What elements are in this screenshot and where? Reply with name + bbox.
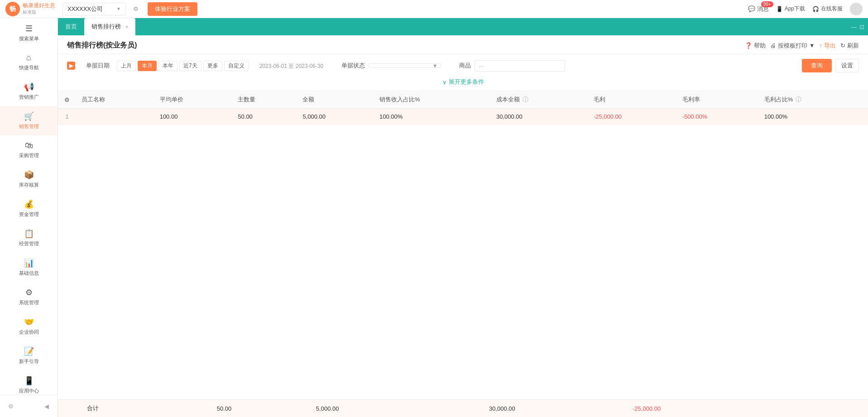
headset-icon: 🎧 [812,6,819,12]
sidebar-label-shortcut: 快捷导航 [19,64,39,71]
guide-icon: 📝 [24,346,34,356]
app-download-link[interactable]: 📱 App下载 [776,5,805,13]
experience-button[interactable]: 体验行业方案 [148,2,197,16]
help-button[interactable]: ❓ 帮助 [745,42,766,50]
footer-label: 合计 [82,404,169,412]
tab-home-label: 首页 [65,23,77,31]
goods-label: 商品 [459,62,471,70]
tab-sales-rank[interactable]: 销售排行榜 × [84,18,135,35]
app-edition: 标准版 [23,9,55,15]
sidebar-item-operations[interactable]: 📋 经营管理 [0,223,58,253]
table-container: ⚙ 员工名称 平均单价 主数量 [58,91,868,399]
user-avatar[interactable] [850,3,863,15]
expand-more-conditions[interactable]: ∨ 展开更多条件 [442,78,484,86]
company-settings-icon[interactable]: ⚙ [129,3,142,15]
sidebar-item-marketing[interactable]: 📢 营销推广 [0,77,58,106]
page-title: 销售排行榜(按业务员) [67,41,137,50]
tab-home[interactable]: 首页 [58,18,84,35]
table-footer: 合计 50.00 5,000.00 30,000.00 -25,000.00 [58,399,868,417]
sidebar-settings-icon[interactable]: ⚙ [5,400,17,412]
refresh-button[interactable]: ↻ 刷新 [840,42,859,50]
sales-pct-value: 100.00% [374,109,491,125]
sidebar-label-basic: 基础信息 [19,270,39,277]
tab-minimize-icon[interactable]: — [851,24,857,30]
goods-more-icon[interactable]: ··· [479,62,484,69]
sales-rank-table: ⚙ 员工名称 平均单价 主数量 [58,91,868,125]
avg-price: 100.00 [154,109,233,125]
footer-sales-pct [441,404,484,412]
col-avg-price: 平均单价 [154,91,233,109]
online-service-link[interactable]: 🎧 在线客服 [812,5,843,13]
sidebar-item-sales[interactable]: 🛒 销售管理 [0,106,58,135]
sidebar-label-sales: 销售管理 [19,123,39,130]
sidebar-item-inventory[interactable]: 📦 库存核算 [0,164,58,194]
system-icon: ⚙ [25,288,33,297]
amount-value: 5,000.00 [297,109,374,125]
sidebar-item-purchase[interactable]: 🛍 采购管理 [0,135,58,164]
expand-label: 展开更多条件 [449,78,484,86]
employee-name [76,109,154,125]
date-custom-btn[interactable]: 自定义 [224,61,249,71]
date-prev-btn[interactable]: 上月 [117,61,136,71]
sidebar-item-apps[interactable]: 📱 应用中心 [0,370,58,395]
sidebar-item-search[interactable]: ☰ 搜索菜单 [0,18,58,48]
print-button[interactable]: 🖨 按模板打印 ▼ [770,42,815,50]
col-gross-pct: 毛利占比% ⓘ [759,91,868,109]
app-logo: 畅 畅康通好生意 标准版 [5,2,55,16]
table-row: 1 100.00 50.00 5,000.00 100.00% 30,000.0… [58,109,868,125]
company-selector[interactable]: XXXXXX公司 ▼ [62,3,126,15]
export-button[interactable]: ↑ 导出 [820,42,836,50]
cost-value: 30,000.00 [491,109,588,125]
footer-avg-price [169,404,211,412]
tab-close-icon[interactable]: × [125,24,128,29]
sidebar-item-basic[interactable]: 📊 基础信息 [0,253,58,282]
sidebar-label-system: 系统管理 [19,299,39,306]
query-button[interactable]: 查询 [802,59,832,72]
date-label: 单据日期 [86,62,110,70]
date-this-btn[interactable]: 本月 [138,61,157,71]
print-icon: 🖨 [770,42,776,49]
company-name: XXXXXX公司 [67,5,114,13]
goods-select[interactable]: ··· [475,60,565,72]
gear-icon[interactable]: ⚙ [64,96,70,103]
cost-info-icon[interactable]: ⓘ [523,96,528,103]
footer-gross-pct [820,404,863,412]
sidebar-label-search: 搜索菜单 [19,35,39,42]
col-qty: 主数量 [232,91,297,109]
sidebar-item-finance[interactable]: 💰 资金管理 [0,194,58,223]
notification-area[interactable]: 💬 消息 99+ [748,5,769,13]
qty-value: 50.00 [232,109,297,125]
sidebar-label-marketing: 营销推广 [19,94,39,101]
footer-amount: 5,000.00 [311,404,441,412]
sidebar-item-collab[interactable]: 🤝 企业协同 [0,312,58,341]
collab-icon: 🤝 [24,317,34,327]
basic-icon: 📊 [24,258,34,268]
date-btn-group: 上月 本月 本年 近7天 更多 自定义 [117,61,249,71]
status-arrow-icon: ▼ [432,62,438,69]
refresh-icon: ↻ [840,42,845,49]
sidebar-item-shortcut[interactable]: ⌂ 快捷导航 [0,48,58,77]
date-year-btn[interactable]: 本年 [158,61,177,71]
status-select[interactable]: ▼ [369,63,441,68]
help-icon: ❓ [745,42,752,49]
chevron-down-expand-icon: ∨ [442,79,447,86]
settings-button[interactable]: 设置 [835,59,859,72]
date-range-display: 2023-06-01 至 2023-06-30 [259,62,323,70]
col-gross-rate: 毛利率 [677,91,759,109]
chevron-down-icon: ▼ [116,6,121,11]
col-settings[interactable]: ⚙ [58,91,76,109]
tab-maximize-icon[interactable]: ⊡ [859,24,864,30]
export-icon: ↑ [820,42,823,49]
sidebar-collapse-icon[interactable]: ◀ [40,400,53,412]
search-menu-icon: ☰ [25,24,33,34]
filter-expand-icon[interactable]: ▶ [67,62,75,70]
apps-icon: 📱 [24,376,34,386]
gross-pct-info-icon[interactable]: ⓘ [796,96,801,103]
date-more-btn[interactable]: 更多 [203,61,222,71]
col-cost: 成本全额 ⓘ [491,91,588,109]
sidebar-item-guide[interactable]: 📝 新手引导 [0,341,58,370]
sidebar-item-system[interactable]: ⚙ 系统管理 [0,282,58,312]
date-7days-btn[interactable]: 近7天 [179,61,201,71]
col-sales-pct: 销售收入占比% [374,91,491,109]
col-gross: 毛利 [588,91,677,109]
